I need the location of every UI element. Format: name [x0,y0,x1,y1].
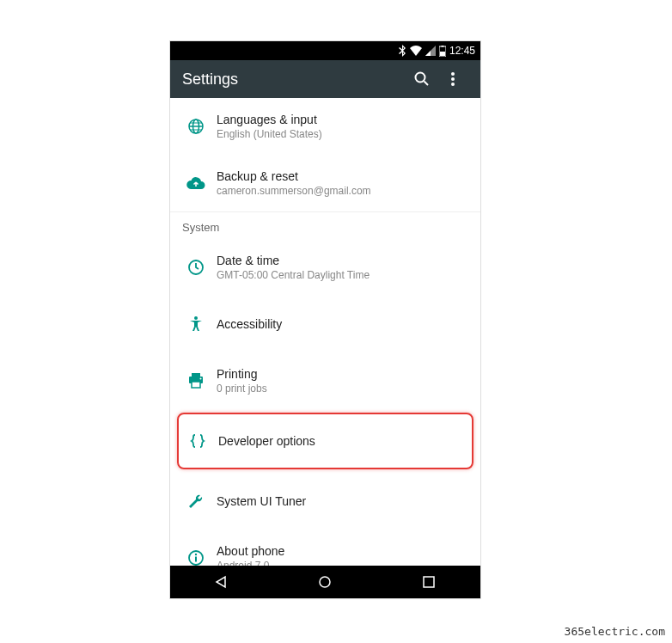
nav-back-button[interactable] [196,569,247,595]
overflow-icon [451,72,455,86]
signal-icon [425,46,436,56]
info-icon [179,549,213,566]
svg-point-20 [195,554,197,555]
braces-icon [180,434,215,448]
status-time: 12:45 [449,45,475,57]
svg-point-7 [451,83,455,86]
settings-item-label: About phone [217,544,468,558]
back-icon [215,575,229,589]
recent-icon [423,576,435,588]
backup-icon [179,176,213,190]
settings-item-backup[interactable]: Backup & reset cameron.summerson@gmail.c… [170,155,480,211]
settings-list: Languages & input English (United States… [170,98,480,566]
svg-rect-2 [440,52,445,56]
svg-point-6 [451,77,455,81]
svg-rect-17 [192,382,200,388]
settings-item-sub: cameron.summerson@gmail.com [217,185,468,197]
settings-item-label: Backup & reset [217,169,468,183]
settings-item-system-ui-tuner[interactable]: System UI Tuner [170,473,480,530]
nav-home-button[interactable] [299,569,351,595]
svg-point-3 [416,73,425,83]
overflow-button[interactable] [437,64,468,95]
svg-rect-1 [441,46,443,47]
settings-item-sub: Android 7.0 [217,560,468,566]
bluetooth-icon [398,45,406,57]
settings-item-datetime[interactable]: Date & time GMT-05:00 Central Daylight T… [170,239,480,296]
home-icon [318,575,332,589]
settings-item-about-phone[interactable]: About phone Android 7.0 [170,530,480,566]
search-icon [413,70,431,88]
svg-rect-21 [195,557,197,562]
battery-icon [439,46,446,57]
print-icon [179,373,213,389]
navigation-bar [170,566,480,598]
settings-item-label: Languages & input [217,113,468,126]
settings-item-languages[interactable]: Languages & input English (United States… [170,98,480,155]
settings-item-label: Printing [217,367,468,381]
nav-recent-button[interactable] [403,569,455,595]
svg-point-5 [451,72,455,76]
settings-item-printing[interactable]: Printing 0 print jobs [170,352,480,409]
wrench-icon [179,493,213,510]
app-bar: Settings [170,60,480,98]
settings-item-label: Date & time [217,254,468,267]
svg-point-18 [200,378,202,380]
svg-rect-15 [192,373,200,377]
svg-point-14 [194,316,198,320]
settings-item-sub: English (United States) [217,128,468,140]
svg-point-22 [320,577,330,587]
svg-rect-23 [424,577,434,587]
clock-icon [179,259,213,276]
watermark: 365electric.com [565,625,665,638]
search-button[interactable] [406,64,437,95]
status-bar: 12:45 [170,41,480,60]
settings-item-sub: GMT-05:00 Central Daylight Time [217,269,468,281]
settings-item-label: Accessibility [217,317,468,331]
phone-frame: 12:45 Settings Languages & input English… [170,41,480,598]
svg-line-4 [425,82,429,86]
globe-icon [179,118,213,135]
settings-item-developer-options[interactable]: Developer options [177,413,473,469]
settings-item-accessibility[interactable]: Accessibility [170,296,480,352]
settings-item-label: Developer options [218,434,467,448]
settings-item-sub: 0 print jobs [217,383,468,395]
accessibility-icon [179,315,213,333]
settings-item-label: System UI Tuner [217,494,468,508]
section-header-system: System [170,211,480,239]
page-title: Settings [182,70,406,89]
wifi-icon [410,46,422,56]
